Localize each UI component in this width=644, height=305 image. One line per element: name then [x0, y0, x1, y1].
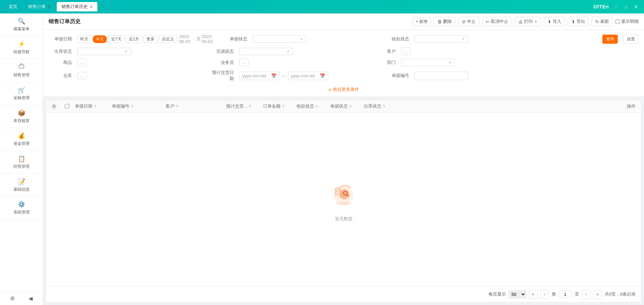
payment-status-select[interactable]: ▼	[415, 35, 468, 43]
finance-icon: 💰	[18, 132, 25, 140]
sidebar-item-sales-mgmt[interactable]: 销售管理	[0, 59, 43, 82]
th-doc-no[interactable]: 单据编号 ⇅	[109, 103, 163, 109]
page-size-select[interactable]: 50 10 20 100	[509, 291, 526, 298]
prev-page-button[interactable]: ‹	[540, 290, 549, 299]
close-sales-order-tab[interactable]: ✕	[48, 5, 51, 9]
import-button[interactable]: ⬇ 导入	[544, 17, 565, 26]
delivery-date-to-input[interactable]: yyyy-mm-dd 📅	[288, 72, 328, 80]
order-status-arrow: ▼	[300, 37, 303, 41]
sidebar-settings-icon[interactable]: ⚙	[10, 295, 15, 302]
order-status-select[interactable]: ▼	[253, 35, 306, 43]
department-select[interactable]: ▼	[401, 59, 455, 66]
show-detail-checkbox[interactable]	[615, 20, 620, 24]
th-amount[interactable]: 订单金额 ⇅	[260, 103, 294, 109]
date-btn-1month[interactable]: 近1月	[126, 35, 142, 43]
refresh-button[interactable]: ↻ 刷新	[592, 17, 613, 26]
last-page-button[interactable]: »	[593, 290, 602, 299]
filter-area: 单据日期 昨天 今天 近7天 近1月 更多 自定义 2023-06-02 至 2…	[43, 30, 644, 97]
sidebar-item-operations[interactable]: 📋 经营管理	[0, 151, 43, 174]
delivery-date-from-input[interactable]: yyyy-mm-dd 📅	[239, 72, 280, 80]
date-btn-7days[interactable]: 近7天	[108, 35, 125, 43]
delivery-date-to-text: yyyy-mm-dd	[291, 73, 315, 78]
empty-illustration	[327, 177, 360, 211]
salesperson-picker[interactable]: ...	[239, 59, 249, 66]
show-detail-toggle[interactable]: 显示明细	[615, 18, 639, 25]
shipment-status-select[interactable]: ▼	[77, 48, 131, 55]
page-label-after: 页	[575, 291, 579, 297]
warehouse-picker[interactable]: ...	[77, 72, 87, 80]
settings-filter-button[interactable]: 设置	[623, 35, 639, 44]
next-page-button[interactable]: ›	[582, 290, 591, 299]
date-btn-today[interactable]: 今天	[93, 35, 107, 43]
completion-status-arrow: ▼	[286, 49, 290, 53]
th-order-status[interactable]: 单据状态 ⇅	[328, 103, 361, 109]
th-doc-date[interactable]: 单据日期 ⇅	[72, 103, 109, 109]
collapse-bar[interactable]: ∧ 收起更多条件	[48, 85, 639, 92]
date-from: 2023-06-02	[179, 34, 196, 44]
main-layout: 🔍 搜索菜单 ⚡ 快捷导航 销售管理 🛒 采购管理 📦 库存核算 💰 资金管理 …	[0, 13, 644, 305]
th-delivery-label: 预计交货...	[226, 103, 247, 109]
empty-text: 暂无数据	[335, 216, 352, 222]
tab-sales-order-history[interactable]: 销售订单历史 ✕	[57, 2, 97, 11]
collapse-text: 收起更多条件	[333, 86, 359, 92]
th-order-status-label: 单据状态	[330, 103, 348, 109]
svg-rect-8	[335, 188, 340, 195]
new-button[interactable]: + 新增	[412, 17, 431, 26]
payment-status-control: ▼	[415, 35, 542, 43]
th-payment-status[interactable]: 收款状态 ⇅	[294, 103, 328, 109]
date-btn-yesterday[interactable]: 昨天	[77, 35, 91, 43]
sidebar-item-search-menu[interactable]: 🔍 搜索菜单	[0, 13, 43, 36]
filter-row-3: 商品 ... 业务员 ... 部门 ▼	[48, 59, 639, 66]
refresh-icon: ↻	[595, 19, 599, 24]
cancel-stop-button[interactable]: ↩ 取消中止	[482, 17, 512, 26]
delivery-date-from-text: yyyy-mm-dd	[242, 73, 266, 78]
sidebar-item-finance[interactable]: 💰 资金管理	[0, 128, 43, 151]
completion-status-select[interactable]: ▼	[239, 48, 293, 55]
th-settings[interactable]	[49, 104, 62, 109]
sidebar-item-purchase-mgmt[interactable]: 🛒 采购管理	[0, 82, 43, 105]
sidebar-item-quick-nav[interactable]: ⚡ 快捷导航	[0, 36, 43, 59]
sort-amount-icon: ⇅	[282, 104, 285, 108]
product-picker[interactable]: ...	[77, 59, 87, 66]
sort-doc-date-icon: ⇅	[94, 104, 96, 108]
sidebar-item-quick-nav-label: 快捷导航	[13, 49, 30, 55]
current-page-input[interactable]	[559, 291, 572, 298]
export-button[interactable]: ⬆ 导出	[568, 17, 589, 26]
query-button[interactable]: 查询	[602, 35, 618, 44]
delivery-date-control: yyyy-mm-dd 📅 — yyyy-mm-dd 📅	[239, 72, 380, 80]
sort-customer-icon: ⇅	[176, 104, 178, 108]
sidebar-item-sales-mgmt-label: 销售管理	[13, 72, 30, 78]
date-btn-more[interactable]: 更多	[143, 35, 158, 43]
tab-home[interactable]: 首页	[4, 2, 22, 11]
date-btn-custom[interactable]: 自定义	[159, 35, 177, 43]
minimize-button[interactable]: －	[612, 3, 620, 10]
warehouse-label: 仓库	[48, 73, 72, 79]
th-customer[interactable]: 客户 ⇅	[163, 103, 223, 109]
maximize-button[interactable]: □	[623, 4, 630, 10]
search-menu-icon: 🔍	[18, 17, 25, 25]
sidebar-collapse-icon[interactable]: ◀	[29, 295, 33, 302]
content: 销售订单历史 + 新增 🗑 删除 ⊘ 中止 ↩ 取消中止 🖨 打印	[43, 13, 644, 305]
th-checkbox[interactable]	[62, 104, 72, 108]
first-page-button[interactable]: «	[529, 290, 538, 299]
sidebar-item-basic-info[interactable]: 📝 基础信息	[0, 174, 43, 197]
shipment-status-arrow: ▼	[124, 49, 128, 53]
svg-rect-0	[19, 65, 24, 68]
doc-no-input[interactable]	[415, 72, 468, 80]
th-shipment-status[interactable]: 出库状态 ⇅	[361, 103, 395, 109]
customer-label: 客户	[372, 48, 396, 54]
sidebar-item-system[interactable]: ⚙️ 系统管理	[0, 197, 43, 220]
warehouse-control: ...	[77, 72, 205, 80]
close-sales-order-history-tab[interactable]: ✕	[90, 5, 93, 9]
sidebar-item-inventory[interactable]: 📦 库存核算	[0, 105, 43, 128]
operations-icon: 📋	[18, 155, 25, 162]
close-button[interactable]: ✕	[632, 4, 640, 10]
svg-point-3	[336, 202, 351, 205]
tab-sales-order[interactable]: 销售订单 ✕	[24, 2, 55, 11]
delete-button[interactable]: 🗑 删除	[434, 17, 456, 26]
th-delivery[interactable]: 预计交货... ⇅	[223, 103, 260, 109]
select-all-checkbox[interactable]	[65, 104, 69, 108]
customer-picker[interactable]: ...	[401, 47, 411, 55]
print-button[interactable]: 🖨 打印 ▼	[515, 17, 541, 26]
stop-button[interactable]: ⊘ 中止	[458, 17, 479, 26]
